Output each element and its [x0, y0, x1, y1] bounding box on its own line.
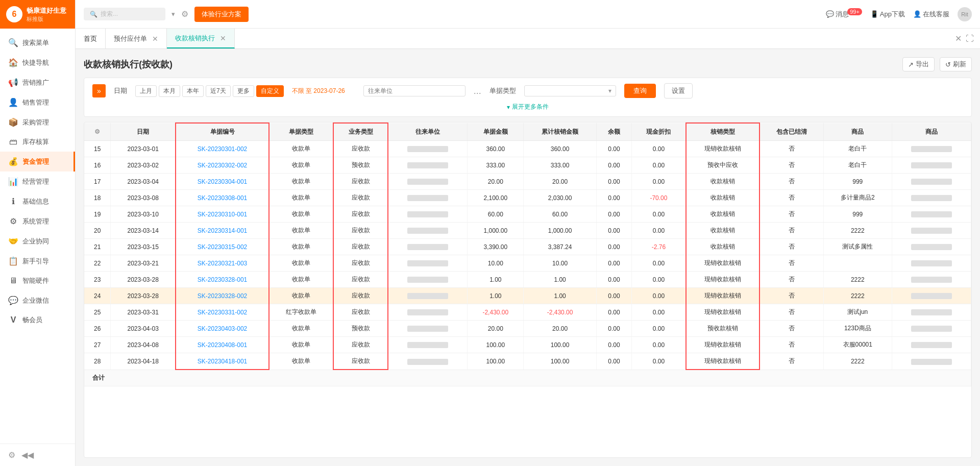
date-btn-more[interactable]: 更多 [233, 85, 254, 97]
sidebar-item-quicknav[interactable]: 🏠 快捷导航 [0, 53, 75, 72]
main-area: 🔍 搜索... ▾ ⚙ 体验行业方案 💬 消息 99+ 📱 App下载 👤 在线… [76, 0, 980, 466]
export-label: 导出 [916, 60, 929, 69]
sidebar-logo: 6 畅康道好生意 标推版 [0, 0, 75, 29]
sidebar-item-operations[interactable]: 📊 经营管理 [0, 171, 75, 191]
messages-wrap[interactable]: 💬 消息 99+ [826, 10, 862, 19]
sidebar-item-enterprise[interactable]: 🤝 企业协同 [0, 231, 75, 251]
table-row: 16 2023-03-02 SK-20230302-002 收款单 预收款 33… [84, 157, 971, 174]
cell-amount: 333.00 [468, 157, 524, 174]
cell-product: 测试jun [823, 304, 892, 321]
cell-product: 测试多属性 [823, 239, 892, 255]
doc-no-link[interactable]: SK-20230315-002 [198, 243, 247, 251]
col-cash-discount: 现金折扣 [631, 123, 686, 141]
table-row: 18 2023-03-08 SK-20230308-001 收款单 应收款 2,… [84, 190, 971, 206]
cell-total-offset: 10.00 [524, 255, 597, 272]
cell-offset-type: 现销收款核销 [686, 353, 760, 370]
expand-more-btn[interactable]: ▾ 展开更多条件 [507, 103, 549, 111]
doc-no-link[interactable]: SK-20230331-002 [198, 309, 247, 316]
sidebar-item-basic[interactable]: ℹ 基础信息 [0, 191, 75, 211]
tab-home[interactable]: 首页 [76, 29, 106, 48]
cell-doc-no: SK-20230403-002 [176, 321, 269, 337]
query-button[interactable]: 查询 [624, 84, 656, 98]
sidebar-item-hardware[interactable]: 🖥 智能硬件 [0, 271, 75, 290]
cell-no: 27 [84, 337, 111, 353]
cell-partner [388, 304, 468, 321]
cell-amount: 1.00 [468, 288, 524, 304]
sidebar-item-guide[interactable]: 📋 新手引导 [0, 251, 75, 271]
sidebar-item-marketing[interactable]: 📢 营销推广 [0, 72, 75, 92]
logo-text: 畅康道好生意 标推版 [27, 6, 66, 23]
date-btn-this-month[interactable]: 本月 [159, 85, 180, 97]
cell-include-settled: 否 [760, 272, 823, 288]
settings-bottom-btn[interactable]: ⚙ [8, 450, 15, 460]
cell-offset-type: 现销收款核销 [686, 304, 760, 321]
service-icon: 👤 [913, 10, 921, 18]
doc-no-link[interactable]: SK-20230321-003 [198, 260, 247, 267]
cell-no: 16 [84, 157, 111, 174]
col-settings[interactable]: ⚙ [84, 123, 111, 141]
cell-amount: -2,430.00 [468, 304, 524, 321]
doc-no-link[interactable]: SK-20230418-001 [198, 358, 247, 365]
purchase-icon: 📦 [8, 117, 18, 127]
basic-icon: ℹ [8, 197, 18, 206]
topbar-gear-icon[interactable]: ⚙ [181, 9, 188, 19]
cell-no: 19 [84, 206, 111, 223]
topbar-chevron-icon[interactable]: ▾ [172, 10, 175, 18]
cell-include-settled: 否 [760, 206, 823, 223]
partner-input[interactable] [363, 85, 465, 96]
doc-no-link[interactable]: SK-20230314-001 [198, 227, 247, 234]
date-btn-custom[interactable]: 自定义 [256, 85, 284, 97]
cell-date: 2023-03-04 [111, 174, 176, 190]
sidebar-item-member[interactable]: V 畅会员 [0, 310, 75, 330]
cell-partner [388, 288, 468, 304]
tab-receivable[interactable]: 收款核销执行 ✕ [167, 29, 235, 48]
export-button[interactable]: ↗ 导出 [902, 57, 935, 71]
doc-no-link[interactable]: SK-20230403-002 [198, 325, 247, 332]
user-avatar[interactable]: Rit [958, 7, 972, 21]
col-gear-icon[interactable]: ⚙ [94, 128, 100, 135]
sidebar-item-search[interactable]: 🔍 搜索菜单 [0, 33, 75, 53]
sidebar-item-finance[interactable]: 💰 资金管理 [0, 152, 75, 171]
filter-toggle-btn[interactable]: » [92, 84, 106, 97]
doc-no-link[interactable]: SK-20230328-002 [198, 292, 247, 300]
date-btn-7days[interactable]: 近7天 [206, 85, 231, 97]
cell-doc-type: 收款单 [269, 288, 333, 304]
doc-no-link[interactable]: SK-20230304-001 [198, 178, 247, 185]
cell-offset-type: 现销收款核销 [686, 288, 760, 304]
cell-doc-type: 收款单 [269, 141, 333, 157]
sidebar-item-system[interactable]: ⚙ 系统管理 [0, 211, 75, 231]
online-service-wrap[interactable]: 👤 在线客服 [913, 10, 949, 19]
filter-dots[interactable]: ... [474, 86, 481, 96]
sidebar-item-purchase[interactable]: 📦 采购管理 [0, 112, 75, 132]
cell-total-offset: 100.00 [524, 353, 597, 370]
doc-no-link[interactable]: SK-20230308-001 [198, 194, 247, 202]
app-download-wrap[interactable]: 📱 App下载 [870, 10, 905, 19]
doc-no-link[interactable]: SK-20230310-001 [198, 211, 247, 218]
doc-no-link[interactable]: SK-20230302-002 [198, 162, 247, 169]
sidebar-item-sales[interactable]: 👤 销售管理 [0, 92, 75, 112]
tab-payable-close[interactable]: ✕ [152, 35, 158, 43]
tab-payable[interactable]: 预付应付单 ✕ [106, 29, 167, 48]
refresh-button[interactable]: ↺ 刷新 [940, 57, 972, 71]
cell-partner [388, 190, 468, 206]
doc-no-link[interactable]: SK-20230328-001 [198, 276, 247, 283]
cell-include-settled: 否 [760, 223, 823, 239]
type-select[interactable]: ▾ [524, 85, 616, 96]
collapse-btn[interactable]: ◀◀ [21, 450, 34, 460]
cell-partner [388, 206, 468, 223]
sidebar-item-wechat[interactable]: 💬 企业微信 [0, 290, 75, 310]
tab-receivable-close[interactable]: ✕ [220, 34, 226, 42]
filter-setting-button[interactable]: 设置 [664, 83, 693, 99]
date-btn-last-month[interactable]: 上月 [135, 85, 157, 97]
tab-close-all-icon[interactable]: ✕ [955, 34, 962, 43]
topbar-search[interactable]: 🔍 搜索... [84, 8, 165, 20]
tab-expand-icon[interactable]: ⛶ [966, 34, 974, 43]
doc-no-link[interactable]: SK-20230408-001 [198, 341, 247, 349]
date-btn-this-year[interactable]: 本年 [182, 85, 204, 97]
solution-button[interactable]: 体验行业方案 [194, 7, 249, 22]
doc-no-link[interactable]: SK-20230301-002 [198, 145, 247, 153]
sidebar-item-inventory[interactable]: 🗃 库存核算 [0, 132, 75, 152]
masked-partner [407, 228, 448, 234]
sidebar-item-label: 采购管理 [22, 118, 49, 127]
cell-biz-type: 应收款 [333, 239, 388, 255]
